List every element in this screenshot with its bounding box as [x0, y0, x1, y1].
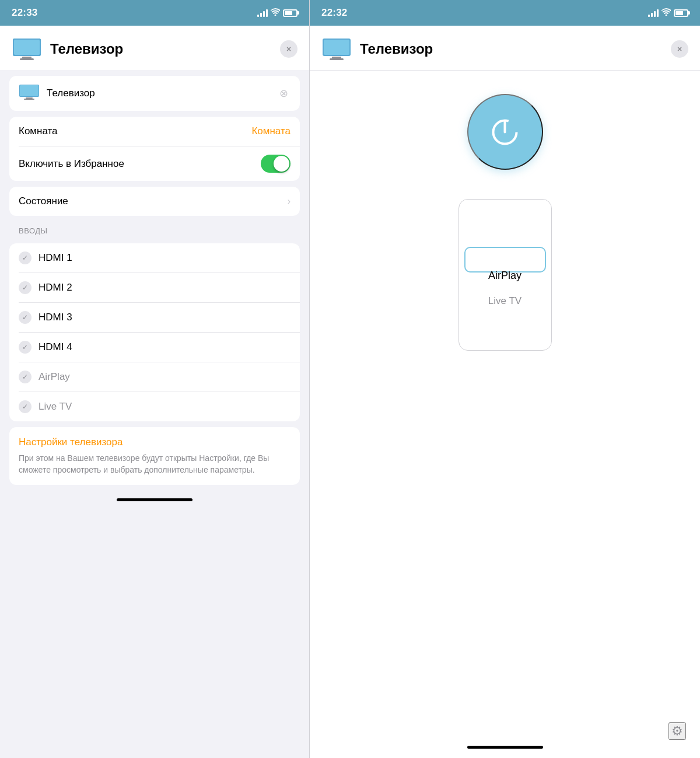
livetv-label: Live TV [38, 401, 72, 413]
inputs-card: ✓ HDMI 1 ✓ HDMI 2 ✓ HDMI 3 ✓ [9, 243, 300, 421]
right-modal-title: Телевизор [360, 41, 433, 57]
svg-rect-6 [20, 85, 38, 96]
hdmi4-check-icon: ✓ [19, 341, 32, 354]
tv-svg-icon [12, 37, 42, 61]
right-close-icon: × [677, 44, 682, 54]
svg-rect-12 [330, 58, 344, 60]
right-close-button[interactable]: × [671, 40, 688, 58]
left-close-button[interactable]: × [280, 40, 298, 58]
hdmi4-label: HDMI 4 [38, 341, 72, 353]
svg-rect-8 [24, 99, 34, 100]
input-picker[interactable]: AirPlay Live TV [459, 199, 552, 351]
room-label: Комната [19, 125, 251, 137]
right-signal-bars-icon [648, 9, 659, 17]
picker-item-above [459, 211, 551, 237]
input-item-hdmi4[interactable]: ✓ HDMI 4 [9, 333, 300, 362]
left-home-area [0, 491, 309, 514]
svg-rect-3 [22, 57, 32, 58]
left-scroll-area: Телевизор ⊗ Комната Комната Включить в И… [0, 70, 309, 758]
left-status-bar: 22:33 [0, 0, 309, 26]
hdmi1-label: HDMI 1 [38, 252, 72, 264]
power-symbol-icon [489, 116, 521, 148]
left-modal-title: Телевизор [50, 41, 123, 57]
hdmi1-check-icon: ✓ [19, 251, 32, 264]
status-item[interactable]: Состояние › [9, 187, 300, 216]
picker-item-airplay[interactable]: AirPlay [459, 263, 551, 288]
right-bottom-area: ⚙ [310, 722, 700, 758]
toggle-thumb [274, 156, 289, 172]
device-card-item[interactable]: Телевизор ⊗ [9, 76, 300, 111]
gear-icon: ⚙ [671, 724, 683, 739]
tv-icon [12, 37, 42, 61]
right-main-content: AirPlay Live TV [310, 71, 700, 722]
left-panel: 22:33 [0, 0, 309, 758]
device-tv-icon [19, 84, 40, 103]
device-card-label: Телевизор [47, 88, 279, 99]
favorite-toggle[interactable] [261, 155, 290, 173]
right-status-icons [648, 8, 688, 18]
right-tv-icon [321, 37, 352, 61]
battery-icon [283, 9, 298, 17]
left-modal-header: Телевизор × [0, 26, 309, 70]
power-button[interactable] [467, 94, 543, 170]
gear-button[interactable]: ⚙ [668, 722, 686, 740]
hdmi2-label: HDMI 2 [38, 282, 72, 294]
inputs-section-label: ВВОДЫ [0, 222, 309, 237]
signal-bars-icon [257, 9, 268, 17]
svg-rect-4 [20, 58, 34, 60]
favorite-item[interactable]: Включить в Избранное [9, 146, 300, 181]
status-label: Состояние [19, 195, 288, 207]
hdmi3-check-icon: ✓ [19, 311, 32, 324]
room-item[interactable]: Комната Комната [9, 117, 300, 146]
left-time: 22:33 [12, 7, 37, 19]
right-title-group: Телевизор [321, 37, 433, 61]
svg-rect-11 [332, 57, 341, 58]
left-title-group: Телевизор [12, 37, 123, 61]
room-value: Комната [251, 125, 290, 137]
input-item-hdmi3[interactable]: ✓ HDMI 3 [9, 303, 300, 332]
right-home-indicator [467, 746, 543, 749]
status-card: Состояние › [9, 187, 300, 216]
hdmi3-label: HDMI 3 [38, 312, 72, 323]
left-close-icon: × [286, 44, 291, 54]
input-item-hdmi2[interactable]: ✓ HDMI 2 [9, 273, 300, 302]
airplay-check-icon: ✓ [19, 371, 32, 383]
left-home-indicator [117, 498, 192, 501]
status-chevron-icon: › [288, 196, 290, 207]
tv-settings-desc: При этом на Вашем телевизоре будут откры… [19, 453, 290, 476]
input-item-airplay[interactable]: ✓ AirPlay [9, 362, 300, 392]
settings-card: Комната Комната Включить в Избранное [9, 117, 300, 181]
svg-rect-7 [26, 97, 33, 99]
hdmi2-check-icon: ✓ [19, 281, 32, 294]
livetv-check-icon: ✓ [19, 400, 32, 413]
right-wifi-icon [662, 8, 671, 18]
input-item-hdmi1[interactable]: ✓ HDMI 1 [9, 243, 300, 273]
right-tv-svg-icon [321, 37, 352, 61]
right-time: 22:32 [321, 7, 347, 19]
right-battery-icon [674, 9, 688, 17]
picker-item-livetv[interactable]: Live TV [459, 288, 551, 314]
svg-rect-10 [324, 40, 349, 55]
wifi-icon [271, 8, 280, 18]
svg-rect-2 [14, 40, 40, 55]
gear-container: ⚙ [310, 722, 700, 740]
device-card-remove-icon[interactable]: ⊗ [279, 87, 288, 100]
tv-settings-link[interactable]: Настройки телевизора [19, 436, 123, 448]
tv-settings-card: Настройки телевизора При этом на Вашем т… [9, 427, 300, 485]
input-item-livetv[interactable]: ✓ Live TV [9, 392, 300, 421]
right-status-bar: 22:32 [310, 0, 700, 26]
right-modal-header: Телевизор × [310, 26, 700, 71]
favorite-label: Включить в Избранное [19, 158, 261, 170]
airplay-label: AirPlay [38, 371, 70, 383]
right-panel: 22:32 [309, 0, 700, 758]
left-status-icons [257, 8, 298, 18]
device-card: Телевизор ⊗ [9, 76, 300, 111]
